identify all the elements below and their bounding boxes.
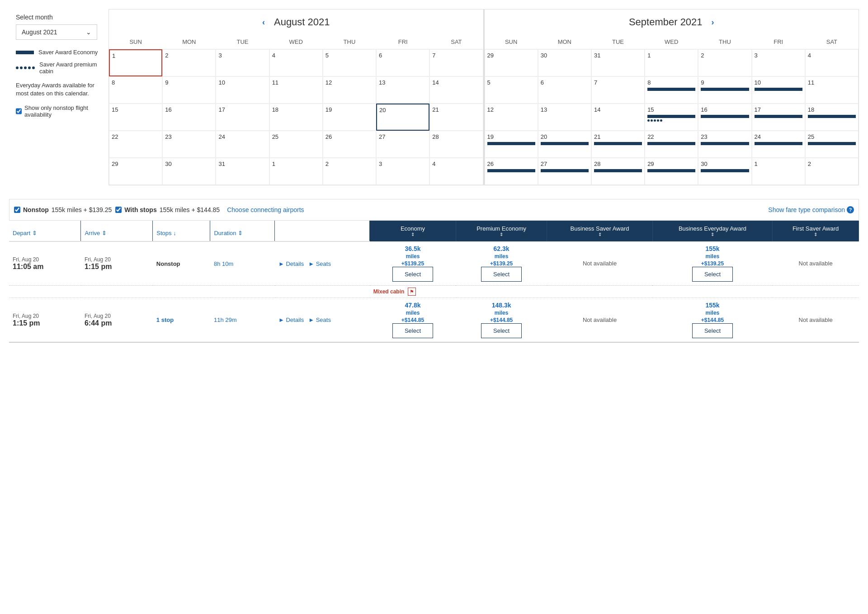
sep-day-13[interactable]: 13	[538, 104, 591, 131]
sep-day-21[interactable]: 21	[591, 131, 645, 158]
aug-day-12[interactable]: 12	[323, 76, 376, 104]
aug-other-1[interactable]: 1	[269, 158, 323, 185]
aug-day-25[interactable]: 25	[269, 131, 323, 158]
aug-day-3[interactable]: 3	[216, 49, 269, 76]
sep-day-25[interactable]: 25	[805, 131, 859, 158]
col-header-arrive[interactable]: Arrive ⇕	[81, 221, 153, 241]
aug-day-24[interactable]: 24	[216, 131, 269, 158]
sep-day-24[interactable]: 24	[752, 131, 805, 158]
aug-other-4[interactable]: 4	[429, 158, 483, 185]
aug-day-20[interactable]: 20	[376, 104, 429, 131]
sep-day-22[interactable]: 22	[645, 131, 698, 158]
sep-day-27[interactable]: 27	[538, 158, 591, 185]
info-icon: ?	[847, 206, 854, 213]
aug-day-19[interactable]: 19	[323, 104, 376, 131]
sep-day-26[interactable]: 26	[485, 158, 538, 185]
aug-day-13[interactable]: 13	[376, 76, 429, 104]
aug-day-30[interactable]: 30	[162, 158, 216, 185]
chevron-down-icon: ⌄	[86, 28, 91, 36]
aug-day-15[interactable]: 15	[109, 104, 162, 131]
sep-day-20[interactable]: 20	[538, 131, 591, 158]
flight1-seats-link[interactable]: ► Seats	[308, 260, 331, 267]
flight1-premium-economy-select[interactable]: Select	[481, 267, 522, 282]
september-calendar: September 2021 › SUN MON TUE WED THU FRI…	[484, 9, 859, 185]
sep-day-10[interactable]: 10	[752, 76, 805, 104]
sep-day-17[interactable]: 17	[752, 104, 805, 131]
sep-day-12[interactable]: 12	[485, 104, 538, 131]
aug-day-6[interactable]: 6	[376, 49, 429, 76]
aug-other-2[interactable]: 2	[323, 158, 376, 185]
col-header-duration[interactable]: Duration ⇕	[210, 221, 275, 241]
sep-day-5[interactable]: 5	[485, 76, 538, 104]
aug-day-7[interactable]: 7	[429, 49, 483, 76]
sep-other-1[interactable]: 1	[752, 158, 805, 185]
sep-day-16[interactable]: 16	[698, 104, 751, 131]
flight1-details-link[interactable]: ► Details	[278, 260, 304, 267]
sep-day-3[interactable]: 3	[752, 49, 805, 76]
choose-airports-link[interactable]: Choose connecting airports	[227, 206, 304, 213]
sep-day-19[interactable]: 19	[485, 131, 538, 158]
aug-day-18[interactable]: 18	[269, 104, 323, 131]
flight1-depart: Fri, Aug 20 11:05 am	[9, 241, 81, 286]
legend-saver-premium: Saver Award premium cabin	[16, 61, 102, 75]
sep-day-9[interactable]: 9	[698, 76, 751, 104]
flight2-economy-select[interactable]: Select	[392, 323, 433, 338]
flight1-business-everyday-select[interactable]: Select	[692, 267, 733, 282]
sep-other-31[interactable]: 31	[591, 49, 645, 76]
aug-day-27[interactable]: 27	[376, 131, 429, 158]
aug-day-5[interactable]: 5	[323, 49, 376, 76]
sep-day-29[interactable]: 29	[645, 158, 698, 185]
sep-day-15[interactable]: 15	[645, 104, 698, 131]
sep-other-29[interactable]: 29	[485, 49, 538, 76]
sep-day-30[interactable]: 30	[698, 158, 751, 185]
nonstop-filter-label: Nonstop	[23, 206, 49, 213]
sep-day-28[interactable]: 28	[591, 158, 645, 185]
aug-day-11[interactable]: 11	[269, 76, 323, 104]
sep-day-4[interactable]: 4	[805, 49, 859, 76]
flight2-premium-economy-select[interactable]: Select	[481, 323, 522, 338]
flight2-details-link[interactable]: ► Details	[278, 316, 304, 323]
sep-other-2[interactable]: 2	[805, 158, 859, 185]
sep-day-7[interactable]: 7	[591, 76, 645, 104]
aug-day-14[interactable]: 14	[429, 76, 483, 104]
aug-day-8[interactable]: 8	[109, 76, 162, 104]
sep-wed-header: WED	[645, 35, 698, 49]
aug-day-1[interactable]: 1	[109, 49, 162, 76]
sep-day-1[interactable]: 1	[645, 49, 698, 76]
aug-day-21[interactable]: 21	[429, 104, 483, 131]
sep-day-14[interactable]: 14	[591, 104, 645, 131]
sep-day-8[interactable]: 8	[645, 76, 698, 104]
prev-month-button[interactable]: ‹	[262, 18, 265, 27]
col-header-stops[interactable]: Stops ↓	[153, 221, 210, 241]
aug-day-4[interactable]: 4	[269, 49, 323, 76]
sep-day-23[interactable]: 23	[698, 131, 751, 158]
col-header-depart[interactable]: Depart ⇕	[9, 221, 81, 241]
nonstop-filter-checkbox[interactable]	[14, 207, 20, 213]
flight2-seats-link[interactable]: ► Seats	[308, 316, 331, 323]
next-month-button[interactable]: ›	[712, 18, 714, 27]
flight1-economy-select[interactable]: Select	[392, 267, 433, 282]
flight2-business-everyday-select[interactable]: Select	[692, 323, 733, 338]
aug-day-29[interactable]: 29	[109, 158, 162, 185]
month-select-dropdown[interactable]: August 2021 ⌄	[16, 24, 97, 40]
withstops-filter-checkbox[interactable]	[115, 207, 122, 213]
aug-day-16[interactable]: 16	[162, 104, 216, 131]
aug-day-22[interactable]: 22	[109, 131, 162, 158]
aug-day-26[interactable]: 26	[323, 131, 376, 158]
aug-day-28[interactable]: 28	[429, 131, 483, 158]
aug-day-9[interactable]: 9	[162, 76, 216, 104]
sep-day-2[interactable]: 2	[698, 49, 751, 76]
nonstop-checkbox-row[interactable]: Show only nonstop flight availability	[16, 104, 102, 118]
sep-day-6[interactable]: 6	[538, 76, 591, 104]
aug-other-3[interactable]: 3	[376, 158, 429, 185]
nonstop-checkbox[interactable]	[16, 108, 22, 114]
aug-day-2[interactable]: 2	[162, 49, 216, 76]
aug-day-31[interactable]: 31	[216, 158, 269, 185]
sep-other-30[interactable]: 30	[538, 49, 591, 76]
aug-day-10[interactable]: 10	[216, 76, 269, 104]
sep-day-18[interactable]: 18	[805, 104, 859, 131]
fare-comparison-link[interactable]: Show fare type comparison	[768, 206, 845, 213]
aug-day-17[interactable]: 17	[216, 104, 269, 131]
sep-day-11[interactable]: 11	[805, 76, 859, 104]
aug-day-23[interactable]: 23	[162, 131, 216, 158]
